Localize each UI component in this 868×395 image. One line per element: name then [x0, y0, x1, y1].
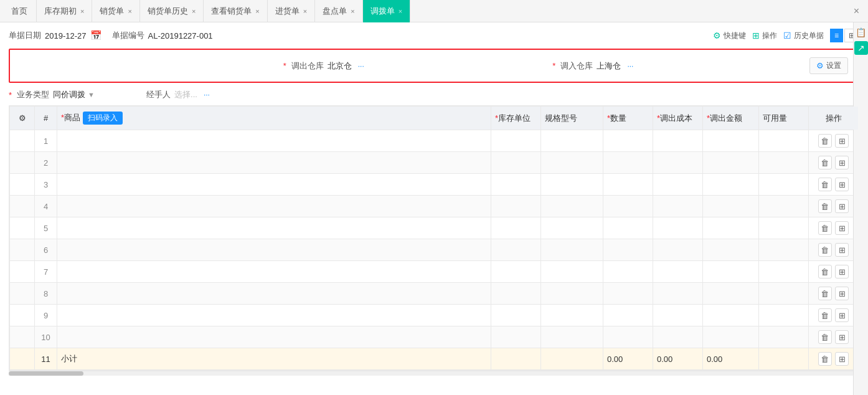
in-warehouse-more[interactable]: ···	[627, 62, 633, 70]
tab-close-transfer-order[interactable]: ×	[399, 7, 402, 15]
row-num-cell: 9	[35, 305, 57, 326]
row-cost-cell	[653, 305, 703, 326]
history-orders-button[interactable]: ☑ 历史单据	[783, 31, 824, 41]
delete-row-icon[interactable]: 🗑	[818, 199, 832, 213]
row-settings-cell	[10, 174, 35, 196]
row-unit-cell	[491, 130, 541, 152]
row-goods-cell[interactable]	[57, 283, 491, 305]
row-goods-cell[interactable]	[57, 152, 491, 174]
column-settings-button[interactable]: ⚙ 设置	[809, 57, 848, 74]
col-header-op: 操作	[809, 107, 859, 130]
tab-close-sales-history[interactable]: ×	[192, 7, 196, 15]
row-goods-cell[interactable]	[57, 217, 491, 239]
subtotal-avail-cell	[759, 348, 809, 370]
table-row: 7 🗑 ⊞	[10, 261, 859, 283]
col-header-num: #	[35, 107, 57, 130]
handler-label: 经手人	[146, 89, 171, 100]
delete-row-icon[interactable]: 🗑	[818, 178, 832, 191]
delete-row-icon[interactable]: 🗑	[818, 330, 832, 344]
delete-row-icon[interactable]: 🗑	[818, 265, 832, 278]
view-toggle-list[interactable]: ≡	[830, 29, 843, 42]
tab-purchase-order[interactable]: 进货单 ×	[268, 0, 315, 22]
row-spec-cell	[541, 152, 603, 174]
sidebar-export-icon[interactable]: ↗	[854, 41, 868, 55]
row-goods-cell[interactable]	[57, 305, 491, 326]
row-unit-cell	[491, 261, 541, 283]
tab-label: 查看销货单	[211, 6, 252, 17]
copy-row-icon[interactable]: ⊞	[835, 221, 849, 235]
row-goods-cell[interactable]	[57, 239, 491, 261]
scroll-thumb[interactable]	[9, 371, 83, 376]
delete-row-icon[interactable]: 🗑	[818, 134, 832, 148]
tab-sales-history[interactable]: 销货单历史 ×	[140, 0, 204, 22]
copy-icon[interactable]: ⊞	[835, 352, 849, 366]
horizontal-scrollbar[interactable]	[9, 371, 859, 376]
delete-row-icon[interactable]: 🗑	[818, 287, 832, 300]
col-header-settings[interactable]: ⚙	[10, 107, 35, 130]
tab-inventory-count[interactable]: 盘点单 ×	[315, 0, 362, 22]
tab-transfer-order[interactable]: 调拨单 ×	[363, 0, 410, 22]
operations-button[interactable]: ⊞ 操作	[752, 31, 777, 41]
handler-select[interactable]: 选择...	[174, 89, 197, 100]
tab-close-inventory-count[interactable]: ×	[351, 7, 354, 15]
copy-row-icon[interactable]: ⊞	[835, 178, 849, 191]
scan-entry-button[interactable]: 扫码录入	[83, 112, 123, 125]
row-goods-cell[interactable]	[57, 326, 491, 348]
delete-row-icon[interactable]: 🗑	[818, 156, 832, 169]
business-type-select[interactable]: 同价调拨 ▼	[53, 89, 128, 100]
row-unit-cell	[491, 174, 541, 196]
col-header-amount: *调出金额	[703, 107, 759, 130]
tab-bar: 首页 库存期初 × 销货单 × 销货单历史 × 查看销货单 × 进货单 × 盘点…	[0, 0, 868, 22]
copy-row-icon[interactable]: ⊞	[835, 134, 849, 148]
copy-row-icon[interactable]: ⊞	[835, 265, 849, 278]
row-goods-cell[interactable]	[57, 196, 491, 217]
tab-close-purchase-order[interactable]: ×	[303, 7, 307, 15]
tab-inventory-init[interactable]: 库存期初 ×	[37, 0, 92, 22]
dropdown-arrow-icon[interactable]: ▼	[88, 91, 95, 98]
data-table: ⚙ # *商品 扫码录入 *库存单位 规格型号 *数量 *调出成本 *调出金额 …	[9, 106, 859, 370]
handler-more[interactable]: ···	[204, 90, 210, 99]
tab-home[interactable]: 首页	[2, 0, 37, 22]
calendar-icon[interactable]: 📅	[90, 30, 102, 41]
tab-close-sales-order[interactable]: ×	[128, 7, 131, 15]
tab-close-view-sales[interactable]: ×	[255, 7, 259, 15]
subtotal-amount-cell: 0.00	[703, 348, 759, 370]
table-row: 4 🗑 ⊞	[10, 196, 859, 217]
doc-date-value: 2019-12-27	[45, 31, 87, 40]
row-amount-cell	[703, 217, 759, 239]
table-row: 1 🗑 ⊞	[10, 130, 859, 152]
in-warehouse-value[interactable]: 上海仓	[597, 60, 621, 72]
out-warehouse-value[interactable]: 北京仓	[328, 60, 352, 72]
delete-icon[interactable]: 🗑	[818, 352, 832, 366]
copy-row-icon[interactable]: ⊞	[835, 308, 849, 322]
row-unit-cell	[491, 239, 541, 261]
delete-row-icon[interactable]: 🗑	[818, 221, 832, 235]
copy-row-icon[interactable]: ⊞	[835, 243, 849, 257]
copy-row-icon[interactable]: ⊞	[835, 330, 849, 344]
tab-view-sales[interactable]: 查看销货单 ×	[204, 0, 267, 22]
row-spec-cell	[541, 261, 603, 283]
settings-label: 设置	[826, 60, 841, 71]
row-qty-cell	[603, 239, 653, 261]
window-close-button[interactable]: ×	[847, 0, 866, 22]
shortcut-key-button[interactable]: ⚙ 快捷键	[713, 31, 746, 41]
table-row: 6 🗑 ⊞	[10, 239, 859, 261]
row-qty-cell	[603, 196, 653, 217]
delete-row-icon[interactable]: 🗑	[818, 308, 832, 322]
copy-row-icon[interactable]: ⊞	[835, 156, 849, 169]
row-qty-cell	[603, 283, 653, 305]
doc-date-field: 单据日期 2019-12-27 📅	[9, 30, 102, 41]
delete-row-icon[interactable]: 🗑	[818, 243, 832, 257]
copy-row-icon[interactable]: ⊞	[835, 199, 849, 213]
row-goods-cell[interactable]	[57, 174, 491, 196]
row-unit-cell	[491, 152, 541, 174]
row-goods-cell[interactable]	[57, 130, 491, 152]
sidebar-notes-icon[interactable]: 📋	[855, 26, 867, 39]
tab-sales-order[interactable]: 销货单 ×	[92, 0, 139, 22]
row-goods-cell[interactable]	[57, 261, 491, 283]
copy-row-icon[interactable]: ⊞	[835, 287, 849, 300]
out-warehouse-more[interactable]: ···	[358, 62, 364, 70]
tab-close-inventory-init[interactable]: ×	[80, 7, 84, 15]
row-op-cell: 🗑 ⊞	[809, 196, 859, 217]
row-num-cell: 2	[35, 152, 57, 174]
